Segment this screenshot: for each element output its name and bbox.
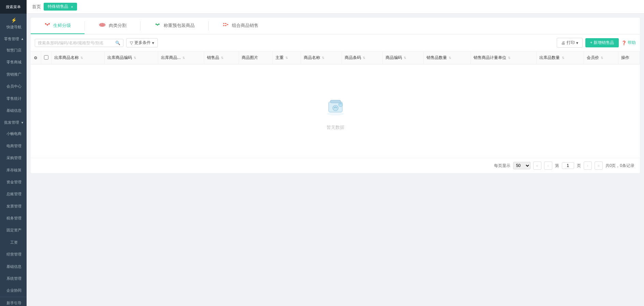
weight-prepack-icon (154, 22, 161, 29)
sidebar-item-sys-mgmt[interactable]: 系统管理 (0, 273, 27, 285)
content-area: 生鲜分级 肉类分割 (27, 14, 644, 306)
fixed-assets-label: 固定资产 (6, 228, 21, 233)
data-table: ⚙ 出库商品名称 ⇅ 出库商品编码 ⇅ (31, 51, 640, 64)
combo-sales-icon (222, 22, 229, 29)
sidebar-logo[interactable]: 搜索菜单 (0, 0, 27, 14)
breadcrumb: 首页 特殊销售品 × (32, 3, 77, 11)
select-all-checkbox[interactable] (44, 55, 48, 60)
total-label: 共0页，0条记录 (605, 163, 634, 169)
basic-info2-label: 基础信息 (6, 264, 21, 269)
sidebar-item-ecommerce[interactable]: 电商管理 (0, 140, 27, 152)
tab-weight-prepack[interactable]: 称重预包装商品 (140, 18, 208, 34)
sidebar-item-retail-stats[interactable]: 零售统计 (0, 93, 27, 105)
sidebar-item-tax[interactable]: 税务管理 (0, 212, 27, 224)
topbar: 首页 特殊销售品 × (27, 0, 644, 14)
page-label-pre: 第 (555, 163, 559, 169)
prev-page-button[interactable]: ‹ (544, 162, 552, 170)
help-button[interactable]: ❓ 帮助 (621, 40, 636, 46)
tab-meat-cut-label: 肉类分割 (109, 22, 126, 29)
tab-fresh-grade[interactable]: 生鲜分级 (31, 18, 85, 34)
add-button[interactable]: + 新增销售品 (585, 38, 619, 47)
col-product-name[interactable]: 商品名称 ⇅ (301, 51, 342, 64)
sidebar-item-marketing[interactable]: 营销推广 (0, 68, 27, 80)
first-page-button[interactable]: « (533, 162, 541, 170)
col-sale-item[interactable]: 销售品 ⇅ (204, 51, 239, 64)
sidebar-item-basic-info2[interactable]: 基础信息 (0, 261, 27, 273)
tab-meat-cut[interactable]: 肉类分割 (85, 18, 140, 34)
sidebar-item-fixed-assets[interactable]: 固定资产 (0, 224, 27, 236)
main-card: 生鲜分级 肉类分割 (31, 18, 640, 173)
sidebar-item-newbie[interactable]: 新手引导 (0, 297, 27, 306)
sort-icon-out-name: ⇅ (80, 56, 83, 60)
col-out-qty[interactable]: 出库品数量 ⇅ (537, 51, 584, 64)
col-out-name[interactable]: 出库商品名称 ⇅ (51, 51, 105, 64)
sort-icon-weight: ⇅ (285, 56, 288, 60)
col-weight[interactable]: 主重 ⇅ (272, 51, 301, 64)
sidebar-item-basic-info[interactable]: 基础信息 (0, 105, 27, 117)
sidebar-item-enterprise[interactable]: 企业协同 (0, 285, 27, 296)
search-box[interactable]: 🔍 (35, 39, 123, 47)
col-settings[interactable]: ⚙ (31, 51, 41, 64)
print-icon: 🖨 (561, 41, 565, 45)
newbie-label: 新手引导 (6, 301, 21, 306)
search-input[interactable] (38, 41, 114, 45)
inventory-label: 库存核算 (6, 168, 21, 173)
tab-weight-prepack-label: 称重预包装商品 (164, 22, 195, 29)
sidebar-item-operations[interactable]: 经营管理 (0, 248, 27, 260)
sidebar-item-smart-store[interactable]: 智慧门店 (0, 44, 27, 56)
empty-text: 暂无数据 (327, 124, 344, 131)
invoice-label: 发票管理 (6, 204, 21, 209)
member-label: 会员中心 (6, 84, 21, 89)
sort-icon-out-code: ⇅ (134, 56, 136, 60)
tab-combo-sales[interactable]: 组合商品销售 (209, 18, 272, 34)
sidebar-item-wages[interactable]: 工资 (0, 236, 27, 248)
col-member-price[interactable]: 会员价 ⇅ (584, 51, 618, 64)
marketing-label: 营销推广 (6, 72, 21, 77)
sort-icon-sale-unit: ⇅ (508, 56, 511, 60)
sort-icon-barcode: ⇅ (363, 56, 365, 60)
search-icon[interactable]: 🔍 (115, 41, 120, 45)
basic-info-label: 基础信息 (6, 108, 21, 113)
smart-store-label: 智慧门店 (6, 48, 21, 53)
purchase-label: 采购管理 (6, 155, 21, 160)
sort-icon-out-spec: ⇅ (182, 56, 185, 60)
filter-button[interactable]: ▽ 更多条件 ▾ (126, 38, 158, 47)
tax-label: 税务管理 (6, 216, 21, 221)
col-checkbox[interactable] (41, 51, 51, 64)
col-product-code[interactable]: 商品编码 ⇅ (383, 51, 423, 64)
col-out-code[interactable]: 出库商品编码 ⇅ (105, 51, 158, 64)
col-out-spec[interactable]: 出库商品... ⇅ (158, 51, 204, 64)
col-barcode[interactable]: 商品条码 ⇅ (342, 51, 383, 64)
ecommerce-label: 电商管理 (6, 143, 21, 149)
svg-point-27 (339, 103, 343, 107)
home-link[interactable]: 首页 (32, 4, 41, 10)
last-page-button[interactable]: » (595, 162, 603, 170)
sidebar-item-inventory[interactable]: 库存核算 (0, 164, 27, 176)
sidebar-item-mini-app[interactable]: 小畅电商 (0, 128, 27, 140)
sys-mgmt-label: 系统管理 (6, 276, 21, 281)
table-wrap: ⚙ 出库商品名称 ⇅ 出库商品编码 ⇅ (31, 51, 640, 158)
svg-line-22 (226, 25, 228, 26)
sidebar-item-member[interactable]: 会员中心 (0, 80, 27, 92)
sort-icon-out-qty: ⇅ (562, 56, 565, 60)
ledger-label: 总账管理 (6, 192, 21, 197)
sidebar-item-quick-nav[interactable]: ⚡ 快捷导航 (0, 14, 27, 33)
sidebar-section-retail[interactable]: 零售管理 (0, 33, 27, 44)
page-size-label: 每页显示 (494, 163, 510, 169)
sidebar-item-invoice[interactable]: 发票管理 (0, 200, 27, 212)
col-sale-unit[interactable]: 销售商品计量单位 ⇅ (471, 51, 537, 64)
tabs-row: 生鲜分级 肉类分割 (31, 18, 640, 34)
page-input[interactable] (562, 162, 574, 169)
sidebar-section-wholesale[interactable]: 批发管理 (0, 117, 27, 128)
sidebar-item-ledger[interactable]: 总账管理 (0, 188, 27, 200)
sidebar-item-finance[interactable]: 资金管理 (0, 176, 27, 188)
next-page-button[interactable]: › (584, 162, 592, 170)
close-tab-icon[interactable]: × (71, 5, 73, 9)
page-size-select[interactable]: 10 20 50 100 (513, 162, 530, 169)
col-sale-qty[interactable]: 销售品数量 ⇅ (423, 51, 470, 64)
sidebar-item-purchase[interactable]: 采购管理 (0, 152, 27, 164)
sidebar-item-label: 快捷导航 (6, 25, 21, 30)
active-tab-tag[interactable]: 特殊销售品 × (44, 3, 77, 11)
print-button[interactable]: 🖨 打印 ▾ (557, 38, 583, 48)
sidebar-item-retail-mall[interactable]: 零售商城 (0, 56, 27, 68)
